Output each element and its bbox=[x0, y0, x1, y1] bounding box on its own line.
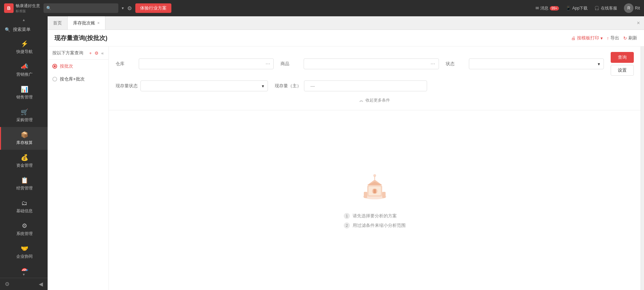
query-button[interactable]: 查询 bbox=[611, 52, 634, 63]
status-dropdown-icon: ▾ bbox=[598, 61, 600, 67]
status-select[interactable]: ▾ bbox=[469, 58, 604, 69]
sidebar-item-quick-nav[interactable]: ⚡ 快捷导航 bbox=[0, 36, 48, 59]
stock-status-select[interactable]: ▾ bbox=[140, 80, 268, 91]
sidebar-item-inventory[interactable]: 📦 库存核算 bbox=[0, 127, 48, 150]
settings-bottom-icon[interactable]: ⚙ bbox=[5, 281, 10, 287]
export-icon: ↑ bbox=[607, 36, 609, 41]
tab-home-label: 首页 bbox=[53, 20, 62, 26]
collapse-icon: ︽ bbox=[359, 97, 363, 103]
logo-text-group: 畅康通好生意 标准版 bbox=[16, 3, 40, 14]
print-dropdown-icon[interactable]: ▾ bbox=[600, 36, 603, 41]
status-label: 状态 bbox=[446, 61, 466, 67]
trial-button[interactable]: 体验行业方案 bbox=[135, 3, 171, 13]
tab-bar: 首页 库存批次账 × × bbox=[48, 16, 644, 30]
user-item[interactable]: R Rit bbox=[624, 3, 640, 13]
sidebar: ▲ 🔍 搜索菜单 ⚡ 快捷导航 📣 营销推广 📊 销售管理 🛒 采购管理 bbox=[0, 16, 48, 290]
app-download-label: App下载 bbox=[572, 5, 588, 11]
search-bar[interactable]: 🔍 bbox=[44, 3, 118, 13]
avatar: R bbox=[624, 3, 633, 13]
scheme-by-batch[interactable]: 按批次 bbox=[48, 60, 108, 73]
sidebar-item-newbie[interactable]: 🎯 新手引导 bbox=[0, 264, 48, 271]
filter-row-1: 仓库 ··· 商品 ··· bbox=[116, 52, 634, 76]
sidebar-label-quick-nav: 快捷导航 bbox=[16, 49, 33, 55]
sidebar-items: ⚡ 快捷导航 📣 营销推广 📊 销售管理 🛒 采购管理 📦 库存核算 💰 bbox=[0, 36, 48, 271]
sidebar-label-enterprise: 企业协同 bbox=[16, 254, 33, 259]
collapse-sidebar-icon[interactable]: ◀ bbox=[39, 281, 43, 287]
sidebar-label-system: 系统管理 bbox=[16, 231, 33, 237]
logo-icon: B bbox=[4, 3, 14, 13]
tab-inventory-batch[interactable]: 库存批次账 × bbox=[68, 16, 105, 30]
finance-icon: 💰 bbox=[21, 154, 28, 161]
svg-rect-6 bbox=[373, 189, 376, 193]
search-dropdown-icon[interactable]: ▾ bbox=[122, 6, 124, 11]
page-close-button[interactable]: × bbox=[633, 16, 644, 30]
stock-amount-label: 现存量（主） bbox=[275, 83, 301, 89]
left-panel-and-main: 按以下方案查询 + ⚙ « 按批次 按仓库+批次 bbox=[48, 47, 644, 290]
empty-state: 1 请先选择要分析的方案 2 用过滤条件来缩小分析范围 bbox=[344, 172, 406, 229]
refresh-icon: ↻ bbox=[623, 36, 627, 41]
export-label: 导出 bbox=[610, 35, 619, 41]
radio-empty-icon bbox=[52, 77, 57, 81]
right-scrollbar[interactable] bbox=[641, 47, 644, 290]
stock-amount-range[interactable]: — bbox=[304, 80, 427, 91]
purchase-icon: 🛒 bbox=[21, 108, 28, 116]
app-download-item[interactable]: 📱 App下载 bbox=[566, 5, 588, 11]
radio-filled-icon bbox=[52, 64, 57, 69]
marketing-icon: 📣 bbox=[21, 63, 28, 70]
stock-status-label: 现存量状态 bbox=[116, 83, 138, 89]
goods-input[interactable]: ··· bbox=[304, 58, 439, 69]
collapse-filters-row[interactable]: ︽ 收起更多条件 bbox=[116, 96, 634, 105]
sidebar-item-purchase[interactable]: 🛒 采购管理 bbox=[0, 104, 48, 127]
warehouse-input[interactable]: ··· bbox=[139, 58, 274, 69]
left-panel: 按以下方案查询 + ⚙ « 按批次 按仓库+批次 bbox=[48, 47, 109, 290]
sidebar-search-label: 搜索菜单 bbox=[13, 26, 31, 33]
tab-close-icon[interactable]: × bbox=[97, 21, 100, 25]
gear-icon[interactable]: ⚙ bbox=[127, 5, 132, 12]
headset-icon: 🎧 bbox=[594, 6, 599, 11]
content-area: 首页 库存批次账 × × 现存量查询(按批次) 🖨 按模板打印 ▾ ↑ 导出 bbox=[48, 16, 644, 290]
sidebar-scroll-down[interactable]: ▼ bbox=[0, 271, 48, 278]
online-service-item[interactable]: 🎧 在线客服 bbox=[594, 5, 617, 11]
sidebar-item-basic[interactable]: 🗂 基础信息 bbox=[0, 195, 48, 218]
warehouse-label: 仓库 bbox=[116, 61, 136, 67]
collapse-panel-icon[interactable]: « bbox=[101, 51, 104, 56]
company-name: 畅康通好生意 bbox=[16, 3, 40, 9]
scheme-by-warehouse-batch[interactable]: 按仓库+批次 bbox=[48, 73, 108, 86]
sidebar-search[interactable]: 🔍 搜索菜单 bbox=[0, 23, 48, 36]
tip-item-2: 2 用过滤条件来缩小分析范围 bbox=[344, 222, 406, 229]
settings-scheme-icon[interactable]: ⚙ bbox=[95, 51, 99, 56]
page-title: 现存量查询(按批次) bbox=[54, 34, 107, 42]
top-bar-right: ✉ 消息 99+ 📱 App下载 🎧 在线客服 R Rit bbox=[536, 3, 640, 13]
refresh-button[interactable]: ↻ 刷新 bbox=[623, 35, 637, 41]
left-panel-title: 按以下方案查询 bbox=[52, 50, 83, 56]
main-content: 1 请先选择要分析的方案 2 用过滤条件来缩小分析范围 bbox=[109, 110, 641, 290]
sidebar-label-purchase: 采购管理 bbox=[16, 117, 33, 123]
refresh-label: 刷新 bbox=[628, 35, 637, 41]
sidebar-scroll-up[interactable]: ▲ bbox=[0, 16, 48, 23]
export-button[interactable]: ↑ 导出 bbox=[607, 35, 620, 41]
filter-warehouse-group: 仓库 ··· bbox=[116, 58, 274, 69]
sidebar-label-basic: 基础信息 bbox=[16, 208, 33, 214]
print-icon: 🖨 bbox=[571, 36, 576, 41]
sidebar-item-system[interactable]: ⚙ 系统管理 bbox=[0, 218, 48, 241]
sidebar-item-operation[interactable]: 📋 经营管理 bbox=[0, 173, 48, 195]
filter-row-2: 现存量状态 ▾ 现存量（主） — bbox=[116, 80, 634, 91]
tip-num-1: 1 bbox=[344, 213, 350, 219]
main-layout: ▲ 🔍 搜索菜单 ⚡ 快捷导航 📣 营销推广 📊 销售管理 🛒 采购管理 bbox=[0, 16, 644, 290]
empty-tips: 1 请先选择要分析的方案 2 用过滤条件来缩小分析范围 bbox=[344, 213, 406, 229]
sidebar-item-finance[interactable]: 💰 资金管理 bbox=[0, 150, 48, 173]
inventory-icon: 📦 bbox=[21, 131, 28, 139]
message-item[interactable]: ✉ 消息 99+ bbox=[536, 5, 559, 11]
sidebar-item-marketing[interactable]: 📣 营销推广 bbox=[0, 59, 48, 81]
add-scheme-icon[interactable]: + bbox=[89, 51, 92, 56]
settings-button[interactable]: 设置 bbox=[611, 65, 634, 76]
newbie-icon: 🎯 bbox=[21, 268, 28, 271]
sidebar-item-enterprise[interactable]: 🤝 企业协同 bbox=[0, 241, 48, 264]
tab-home[interactable]: 首页 bbox=[48, 16, 68, 30]
print-button[interactable]: 🖨 按模板打印 ▾ bbox=[571, 35, 603, 41]
sidebar-item-sales[interactable]: 📊 销售管理 bbox=[0, 81, 48, 104]
goods-dots: ··· bbox=[430, 61, 435, 67]
left-panel-header: 按以下方案查询 + ⚙ « bbox=[48, 47, 108, 60]
message-label: 消息 bbox=[540, 5, 548, 11]
page-actions: 🖨 按模板打印 ▾ ↑ 导出 ↻ 刷新 bbox=[571, 35, 638, 41]
